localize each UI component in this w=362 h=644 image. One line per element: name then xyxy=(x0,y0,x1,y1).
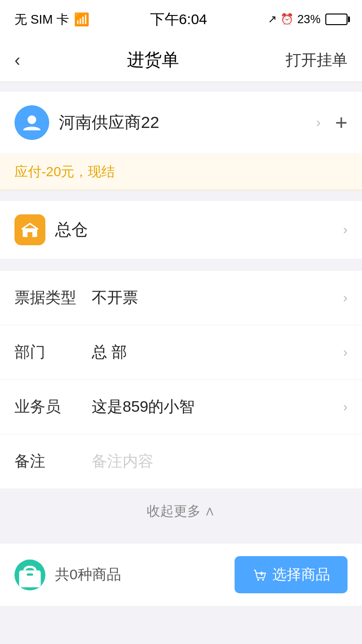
page-body: 河南供应商22 › + 应付-20元，现结 总仓 › 票据类型 不开票 xyxy=(0,82,362,644)
nav-bar: ‹ 进货单 打开挂单 xyxy=(0,39,362,82)
svg-rect-3 xyxy=(19,570,41,587)
status-right: ↗ ⏰ 23% xyxy=(268,13,348,26)
remark-label: 备注 xyxy=(14,451,82,472)
remark-row[interactable]: 备注 备注内容 xyxy=(0,434,362,489)
wifi-icon: 📶 xyxy=(74,12,89,27)
goods-icon-wrap xyxy=(14,560,45,590)
status-bar: 无 SIM 卡 📶 下午6:04 ↗ ⏰ 23% xyxy=(0,0,362,39)
open-pending-button[interactable]: 打开挂单 xyxy=(286,50,348,71)
carrier-text: 无 SIM 卡 xyxy=(14,11,69,28)
section-gap-2 xyxy=(0,191,362,201)
department-label: 部门 xyxy=(14,342,82,363)
salesperson-label: 业务员 xyxy=(14,396,82,418)
battery-percent: 23% xyxy=(297,13,320,26)
section-gap-4 xyxy=(0,533,362,543)
location-icon: ↗ xyxy=(268,13,277,26)
invoice-type-value: 不开票 xyxy=(92,287,343,308)
remark-input[interactable]: 备注内容 xyxy=(92,451,348,472)
invoice-type-chevron-icon: › xyxy=(343,290,348,306)
salesperson-value: 这是859的小智 xyxy=(92,396,343,418)
svg-point-5 xyxy=(257,579,259,581)
avatar-icon xyxy=(21,112,42,133)
cart-icon xyxy=(252,567,267,583)
form-section: 票据类型 不开票 › 部门 总 部 › 业务员 这是859的小智 › 备注 备注… xyxy=(0,271,362,489)
section-gap-3 xyxy=(0,260,362,270)
goods-bag-icon xyxy=(14,560,45,590)
supplier-row[interactable]: 河南供应商22 › + xyxy=(0,92,362,154)
warehouse-icon xyxy=(21,221,39,239)
supplier-name: 河南供应商22 xyxy=(59,112,316,134)
back-button[interactable]: ‹ xyxy=(14,50,20,70)
department-chevron-icon: › xyxy=(343,345,348,360)
page-title: 进货单 xyxy=(127,48,179,72)
battery-icon xyxy=(325,14,348,25)
invoice-type-label: 票据类型 xyxy=(14,287,82,308)
svg-point-0 xyxy=(28,115,36,124)
alarm-icon: ⏰ xyxy=(280,13,293,26)
supplier-notice: 应付-20元，现结 xyxy=(0,154,362,190)
warehouse-card: 总仓 › xyxy=(0,201,362,259)
warehouse-icon-wrap xyxy=(14,214,45,245)
goods-count-text: 共0种商品 xyxy=(55,565,235,585)
department-value: 总 部 xyxy=(92,342,343,363)
warehouse-row[interactable]: 总仓 › xyxy=(0,201,362,259)
select-goods-label: 选择商品 xyxy=(272,565,330,585)
svg-point-6 xyxy=(262,579,264,581)
warehouse-name: 总仓 xyxy=(55,219,343,241)
select-goods-button[interactable]: 选择商品 xyxy=(235,556,348,593)
collapse-button[interactable]: 收起更多 ∧ xyxy=(0,490,362,533)
invoice-type-row[interactable]: 票据类型 不开票 › xyxy=(0,271,362,325)
department-row[interactable]: 部门 总 部 › xyxy=(0,325,362,380)
supplier-avatar xyxy=(14,105,49,140)
warehouse-chevron-icon: › xyxy=(343,222,348,238)
svg-rect-2 xyxy=(28,232,32,237)
supplier-card: 河南供应商22 › + 应付-20元，现结 xyxy=(0,92,362,190)
status-time: 下午6:04 xyxy=(150,10,207,29)
supplier-chevron-icon: › xyxy=(316,115,320,130)
svg-rect-4 xyxy=(27,573,33,575)
bottom-bar: 共0种商品 选择商品 xyxy=(0,544,362,606)
add-supplier-button[interactable]: + xyxy=(335,112,348,133)
status-carrier: 无 SIM 卡 📶 xyxy=(14,11,89,28)
salesperson-row[interactable]: 业务员 这是859的小智 › xyxy=(0,380,362,434)
section-gap-1 xyxy=(0,82,362,92)
salesperson-chevron-icon: › xyxy=(343,399,348,415)
